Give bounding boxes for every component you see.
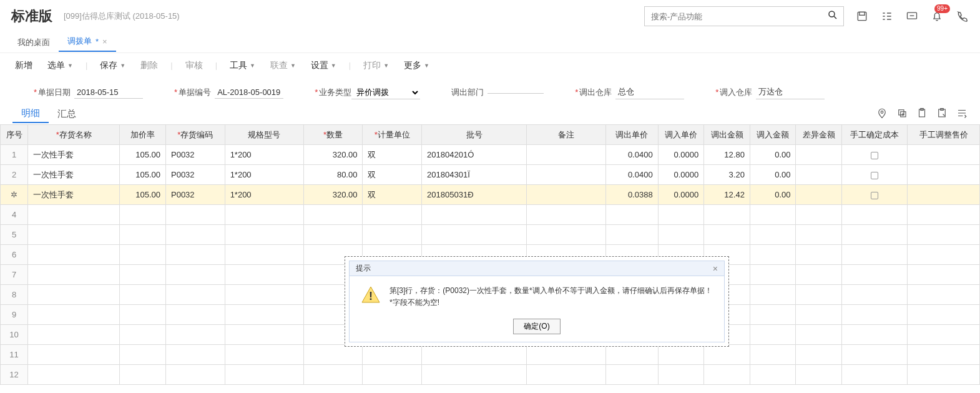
- col-batch[interactable]: 批号: [422, 125, 527, 145]
- no-input[interactable]: AL-2018-05-0019: [215, 86, 283, 99]
- tools-button[interactable]: 工具▼: [223, 57, 262, 74]
- cell-outamt[interactable]: 12.80: [704, 145, 750, 165]
- subtab-detail[interactable]: 明细: [12, 105, 49, 123]
- cell-outprice[interactable]: 0.0400: [605, 165, 658, 185]
- cell-inprice[interactable]: 0.0000: [658, 145, 704, 165]
- cell-inprice[interactable]: 0.0000: [658, 185, 704, 205]
- dialog-ok-button[interactable]: 确定(O): [513, 319, 560, 334]
- save-button[interactable]: 保存▼: [94, 57, 132, 74]
- tab-desktop[interactable]: 我的桌面: [9, 33, 59, 52]
- export-icon[interactable]: [956, 107, 968, 121]
- col-uom[interactable]: *计量单位: [363, 125, 422, 145]
- cell-remark[interactable]: [527, 165, 605, 185]
- cell-confcost[interactable]: [842, 165, 908, 185]
- btype-select[interactable]: 异价调拨: [351, 86, 420, 99]
- location-icon[interactable]: [876, 107, 888, 121]
- table-row[interactable]: 2一次性手套105.00P00321*20080.00双201804301Ï0.…: [1, 165, 980, 185]
- cell-batch[interactable]: 201804201Ó: [422, 145, 527, 165]
- cell-qty[interactable]: 80.00: [303, 165, 363, 185]
- delete-button[interactable]: 删除: [134, 57, 164, 74]
- new-button[interactable]: 新增: [9, 57, 39, 74]
- col-diffamt[interactable]: 差异金额: [796, 125, 842, 145]
- checkbox-icon[interactable]: [871, 192, 878, 199]
- audit-button[interactable]: 审核: [179, 57, 209, 74]
- tab-transfer[interactable]: 调拨单 * ×: [59, 32, 116, 52]
- col-confcost[interactable]: 手工确定成本: [842, 125, 908, 145]
- cell-diffamt[interactable]: [796, 165, 842, 185]
- cell-uom[interactable]: 双: [363, 165, 422, 185]
- cell-batch[interactable]: 201805031Ð: [422, 185, 527, 205]
- checkbox-icon[interactable]: [871, 152, 878, 159]
- dialog-close-icon[interactable]: ×: [713, 264, 718, 274]
- cell-adjprice[interactable]: [908, 165, 980, 185]
- cell-remark[interactable]: [527, 145, 605, 165]
- table-row[interactable]: ✲一次性手套105.00P00321*200320.00双201805031Ð0…: [1, 185, 980, 205]
- clipboard-icon[interactable]: [936, 107, 948, 121]
- cell-code[interactable]: P0032: [165, 145, 225, 165]
- cell-outamt[interactable]: 12.42: [704, 185, 750, 205]
- outdept-input[interactable]: [488, 91, 544, 94]
- cell-diffamt[interactable]: [796, 185, 842, 205]
- tasks-icon[interactable]: [880, 9, 894, 23]
- col-markup[interactable]: 加价率: [120, 125, 166, 145]
- cell-adjprice[interactable]: [908, 185, 980, 205]
- table-row-empty[interactable]: 5: [1, 225, 980, 245]
- save-icon[interactable]: [855, 9, 869, 23]
- cell-qty[interactable]: 320.00: [303, 145, 363, 165]
- cell-outamt[interactable]: 3.20: [704, 165, 750, 185]
- select-button[interactable]: 选单▼: [41, 57, 79, 74]
- cell-inamt[interactable]: 0.00: [750, 185, 796, 205]
- cell-markup[interactable]: 105.00: [120, 145, 166, 165]
- phone-icon[interactable]: [955, 9, 969, 23]
- col-outamt[interactable]: 调出金额: [704, 125, 750, 145]
- table-row[interactable]: 1一次性手套105.00P00321*200320.00双201804201Ó0…: [1, 145, 980, 165]
- col-remark[interactable]: 备注: [527, 125, 605, 145]
- cell-inamt[interactable]: 0.00: [750, 165, 796, 185]
- cell-remark[interactable]: [527, 185, 605, 205]
- col-name[interactable]: *存货名称: [28, 125, 120, 145]
- paste-icon[interactable]: [916, 107, 928, 121]
- cell-name[interactable]: 一次性手套: [28, 145, 120, 165]
- col-spec[interactable]: 规格型号: [225, 125, 303, 145]
- outwh-input[interactable]: 总仓: [615, 85, 684, 99]
- cell-outprice[interactable]: 0.0400: [605, 145, 658, 165]
- date-input[interactable]: 2018-05-15: [74, 86, 143, 99]
- cell-name[interactable]: 一次性手套: [28, 185, 120, 205]
- cell-qty[interactable]: 320.00: [303, 185, 363, 205]
- bell-icon[interactable]: 99+: [930, 9, 944, 23]
- search-icon[interactable]: [822, 9, 843, 24]
- cell-spec[interactable]: 1*200: [225, 165, 303, 185]
- search-box[interactable]: [644, 6, 844, 26]
- cell-inamt[interactable]: 0.00: [750, 145, 796, 165]
- cell-batch[interactable]: 201804301Ï: [422, 165, 527, 185]
- dialog-title-bar[interactable]: 提示 ×: [350, 261, 724, 276]
- cell-confcost[interactable]: [842, 145, 908, 165]
- subtab-summary[interactable]: 汇总: [49, 106, 85, 122]
- cell-diffamt[interactable]: [796, 145, 842, 165]
- table-row-empty[interactable]: 11: [1, 345, 980, 365]
- table-row-empty[interactable]: 12: [1, 365, 980, 385]
- col-inprice[interactable]: 调入单价: [658, 125, 704, 145]
- cell-uom[interactable]: 双: [363, 185, 422, 205]
- message-icon[interactable]: [905, 9, 919, 23]
- cell-markup[interactable]: 105.00: [120, 185, 166, 205]
- col-seq[interactable]: 序号: [1, 125, 28, 145]
- cell-name[interactable]: 一次性手套: [28, 165, 120, 185]
- cell-code[interactable]: P0032: [165, 165, 225, 185]
- col-inamt[interactable]: 调入金额: [750, 125, 796, 145]
- inwh-input[interactable]: 万达仓: [756, 85, 825, 99]
- search-input[interactable]: [645, 12, 822, 21]
- cell-confcost[interactable]: [842, 185, 908, 205]
- copy-add-icon[interactable]: [896, 107, 908, 121]
- print-button[interactable]: 打印▼: [357, 57, 395, 74]
- col-code[interactable]: *存货编码: [165, 125, 225, 145]
- settings-button[interactable]: 设置▼: [305, 57, 343, 74]
- table-row-empty[interactable]: 4: [1, 205, 980, 225]
- col-adjprice[interactable]: 手工调整售价: [908, 125, 980, 145]
- link-button[interactable]: 联查▼: [264, 57, 302, 74]
- col-qty[interactable]: *数量: [303, 125, 363, 145]
- col-outprice[interactable]: 调出单价: [605, 125, 658, 145]
- cell-spec[interactable]: 1*200: [225, 145, 303, 165]
- row-gear-icon[interactable]: ✲: [1, 185, 28, 205]
- cell-adjprice[interactable]: [908, 145, 980, 165]
